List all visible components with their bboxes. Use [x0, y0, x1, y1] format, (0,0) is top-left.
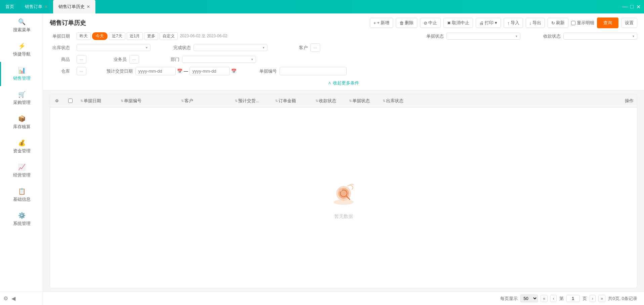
import-button[interactable]: ↑ 导入: [504, 18, 523, 28]
th-action-label: 操作: [625, 98, 634, 104]
th-customer[interactable]: ⇅ 客户: [178, 98, 231, 104]
window-close-icon[interactable]: ✕: [636, 4, 641, 10]
sidebar-settings-icon[interactable]: ⚙: [3, 295, 8, 302]
prev-page-button[interactable]: ‹: [550, 295, 556, 302]
empty-state-text: 暂无数据: [334, 214, 353, 220]
import-label: 导入: [511, 20, 519, 26]
out-status-select[interactable]: ▾: [77, 44, 151, 51]
sidebar-collapse-icon[interactable]: ◀: [11, 295, 15, 302]
settings-button[interactable]: 设置: [621, 18, 637, 28]
order-no-filter: 单据编号: [257, 67, 347, 75]
export-button[interactable]: ↓ 导出: [526, 18, 545, 28]
collapse-label: ∧ 收起更多条件: [328, 80, 359, 85]
minimize-icon[interactable]: —: [622, 4, 628, 10]
pay-status-select[interactable]: ▾: [563, 33, 637, 40]
filter-area: 单据日期 昨天 今天 近7天 近1月 更多 自定义 2023-06-02 至 2…: [50, 32, 637, 90]
delivery-date-start-calendar-icon[interactable]: 📅: [177, 69, 182, 74]
query-label: 查询: [603, 20, 612, 26]
tab-home[interactable]: 首页: [0, 0, 19, 13]
delivery-date-end[interactable]: [189, 67, 230, 75]
print-button[interactable]: 🖨 打印 ▾: [476, 18, 501, 28]
date-btn-1month[interactable]: 近1月: [127, 32, 143, 40]
collapse-more-conditions[interactable]: ∧ 收起更多条件: [50, 79, 637, 89]
th-settings[interactable]: ⚙: [50, 99, 63, 103]
date-btn-yesterday[interactable]: 昨天: [77, 32, 91, 40]
sidebar-item-finance[interactable]: 💰 资金管理: [0, 135, 43, 159]
finance-icon: 💰: [18, 139, 26, 147]
page-header: 销售订单历史 + + 新增 🗑 删除 ⊘ 中止 ✖: [43, 13, 644, 90]
toolbar: + + 新增 🗑 删除 ⊘ 中止 ✖ 取消中止: [370, 17, 637, 28]
date-quick-btns: 昨天 今天 近7天 近1月 更多 自定义: [77, 32, 178, 40]
export-icon: ↓: [529, 21, 532, 26]
th-checkbox[interactable]: [63, 99, 77, 103]
stop-button[interactable]: ⊘ 中止: [420, 18, 441, 28]
sidebar-bottom: ⚙ ◀: [0, 292, 43, 305]
window-controls: — □ ✕: [622, 4, 644, 10]
sidebar-item-system-mgmt[interactable]: ⚙️ 系统管理: [0, 207, 43, 231]
th-order-status-sort-icon: ⇅: [349, 99, 352, 103]
sidebar-item-inventory[interactable]: 📦 库存核算: [0, 110, 43, 135]
order-status-arrow-icon: ▾: [516, 34, 517, 38]
department-select[interactable]: ▾: [182, 56, 256, 63]
order-no-filter-label: 单据编号: [257, 68, 277, 74]
sidebar-item-quick-nav[interactable]: ⚡ 快捷导航: [0, 38, 43, 62]
show-detail-checkbox-label[interactable]: 显示明细: [571, 20, 594, 26]
sidebar-item-purchase-mgmt[interactable]: 🛒 采购管理: [0, 86, 43, 110]
sidebar-item-operations[interactable]: 📈 经营管理: [0, 159, 43, 183]
show-detail-checkbox[interactable]: [571, 21, 575, 25]
sidebar-item-sales-mgmt-label: 销售管理: [13, 75, 31, 81]
order-no-input[interactable]: [280, 67, 347, 75]
salesperson-ellipsis-btn[interactable]: ···: [129, 55, 139, 64]
out-status-arrow-icon: ▾: [146, 46, 147, 49]
close-tab-sales-order-icon[interactable]: ✕: [44, 4, 48, 9]
th-pay-status[interactable]: ⇅ 收款状态: [312, 98, 346, 104]
last-page-button[interactable]: »: [598, 295, 605, 302]
tab-home-label: 首页: [5, 4, 14, 10]
search-menu-icon: 🔍: [18, 18, 26, 26]
complete-status-select[interactable]: ▾: [194, 44, 267, 51]
maximize-icon[interactable]: □: [630, 4, 634, 10]
top-bar: 首页 销售订单 ✕ 销售订单历史 ✕ — □ ✕: [0, 0, 644, 13]
date-btn-more[interactable]: 更多: [144, 32, 158, 40]
th-order-no[interactable]: ⇅ 单据编号: [117, 98, 178, 104]
filter-row-goods: 商品 ··· 业务员 ··· 部门 ▾: [50, 55, 637, 64]
th-delivery[interactable]: ⇅ 预计交货...: [231, 98, 272, 104]
th-pay-status-label: 收款状态: [319, 98, 336, 104]
select-all-checkbox[interactable]: [68, 99, 73, 103]
date-btn-custom[interactable]: 自定义: [160, 32, 178, 40]
refresh-button[interactable]: ↻ 刷新: [548, 18, 568, 28]
th-order-status[interactable]: ⇅ 单据状态: [346, 98, 379, 104]
empty-state-icon: [327, 176, 360, 209]
new-button[interactable]: + + 新增: [370, 18, 393, 28]
cancel-stop-icon: ✖: [447, 21, 451, 26]
date-btn-today[interactable]: 今天: [92, 32, 108, 40]
th-out-status[interactable]: ⇅ 出库状态: [379, 98, 420, 104]
date-btn-7days[interactable]: 近7天: [109, 32, 125, 40]
page-size-select[interactable]: 50 10 20 100: [520, 295, 538, 302]
th-amount[interactable]: ⇅ 订单金额: [272, 98, 312, 104]
customer-ellipsis-btn[interactable]: ···: [310, 43, 320, 52]
goods-ellipsis-btn[interactable]: ···: [77, 55, 86, 64]
delivery-date-filter: 预计交货日期 📅 — 📅: [106, 67, 237, 75]
warehouse-ellipsis-btn[interactable]: ···: [77, 67, 86, 75]
salesperson-filter: 业务员 ···: [106, 55, 139, 64]
delete-button[interactable]: 🗑 删除: [396, 18, 417, 28]
query-button[interactable]: 查询: [597, 17, 618, 28]
cancel-stop-button[interactable]: ✖ 取消中止: [443, 18, 473, 28]
first-page-button[interactable]: «: [541, 295, 548, 302]
next-page-button[interactable]: ›: [590, 295, 596, 302]
th-date[interactable]: ⇅ 单据日期: [77, 98, 117, 104]
sidebar-item-base-info[interactable]: 📋 基础信息: [0, 183, 43, 207]
sidebar-item-sales-mgmt[interactable]: 📊 销售管理: [0, 62, 43, 86]
sidebar-item-search-menu[interactable]: 🔍 搜索菜单: [0, 13, 43, 38]
delivery-date-start[interactable]: [135, 67, 176, 75]
delivery-date-end-calendar-icon[interactable]: 📅: [231, 69, 237, 74]
tab-sales-order-history[interactable]: 销售订单历史 ✕: [53, 0, 95, 13]
current-page-input[interactable]: [566, 295, 580, 302]
print-label: 打印 ▾: [485, 20, 497, 26]
tab-sales-order[interactable]: 销售订单 ✕: [19, 0, 53, 13]
close-tab-history-icon[interactable]: ✕: [87, 4, 90, 9]
order-status-select[interactable]: ▾: [446, 33, 520, 40]
th-out-status-sort-icon: ⇅: [383, 99, 385, 103]
operations-icon: 📈: [18, 163, 26, 171]
